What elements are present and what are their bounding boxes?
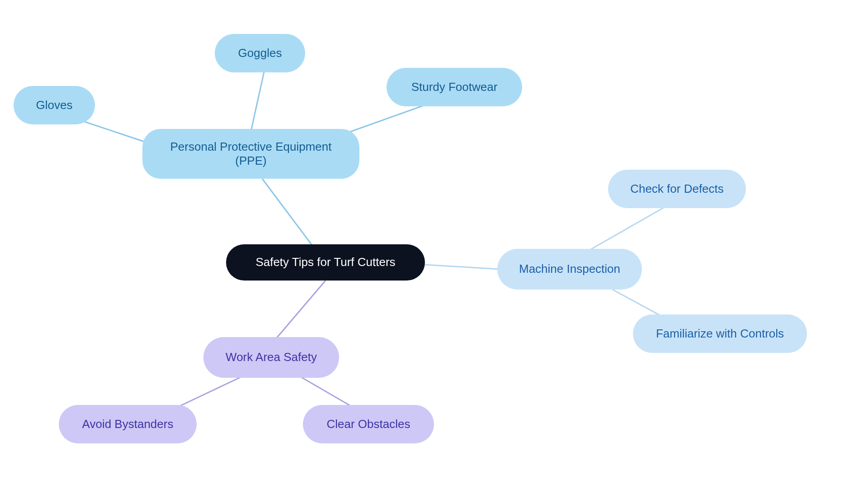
- branch-machine[interactable]: Machine Inspection: [497, 249, 642, 290]
- branch-workarea-label: Work Area Safety: [226, 350, 317, 364]
- leaf-footwear-label: Sturdy Footwear: [411, 80, 498, 94]
- leaf-defects[interactable]: Check for Defects: [608, 170, 746, 208]
- leaf-goggles-label: Goggles: [238, 46, 282, 60]
- leaf-controls[interactable]: Familiarize with Controls: [633, 314, 807, 353]
- leaf-bystanders[interactable]: Avoid Bystanders: [59, 405, 197, 443]
- leaf-defects-label: Check for Defects: [630, 182, 724, 196]
- leaf-obstacles[interactable]: Clear Obstacles: [303, 405, 434, 443]
- svg-line-6: [588, 206, 667, 251]
- svg-line-2: [274, 281, 326, 342]
- mindmap-canvas: Safety Tips for Turf Cutters Personal Pr…: [0, 0, 868, 490]
- svg-line-5: [339, 102, 434, 136]
- root-label: Safety Tips for Turf Cutters: [255, 255, 395, 269]
- svg-line-0: [262, 179, 316, 251]
- leaf-footwear[interactable]: Sturdy Footwear: [387, 68, 522, 106]
- branch-workarea[interactable]: Work Area Safety: [203, 337, 339, 378]
- svg-line-1: [425, 265, 500, 269]
- branch-machine-label: Machine Inspection: [519, 262, 620, 276]
- leaf-obstacles-label: Clear Obstacles: [327, 417, 410, 431]
- leaf-goggles[interactable]: Goggles: [215, 34, 305, 72]
- root-node[interactable]: Safety Tips for Turf Cutters: [226, 244, 425, 281]
- leaf-gloves-label: Gloves: [36, 98, 73, 112]
- leaf-gloves[interactable]: Gloves: [14, 86, 95, 124]
- branch-ppe-label: Personal Protective Equipment (PPE): [170, 140, 332, 168]
- svg-line-4: [251, 70, 264, 131]
- branch-ppe[interactable]: Personal Protective Equipment (PPE): [142, 129, 359, 179]
- leaf-controls-label: Familiarize with Controls: [656, 327, 784, 341]
- leaf-bystanders-label: Avoid Bystanders: [82, 417, 174, 431]
